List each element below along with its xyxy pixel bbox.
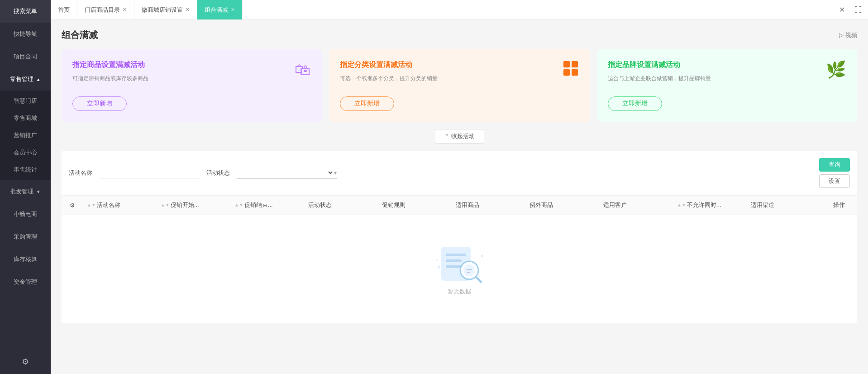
search-label: 搜索菜单 <box>14 8 37 14</box>
page-header: 组合满减 ▷ 视频 <box>62 29 857 41</box>
sidebar-item-marketing[interactable]: 营销推广 <box>0 127 51 144</box>
tab-combo-discount-close[interactable]: ✕ <box>231 7 235 13</box>
tab-store-catalog[interactable]: 门店商品目录 ✕ <box>77 0 134 19</box>
svg-rect-2 <box>563 69 570 76</box>
activity-name-input[interactable] <box>100 168 199 178</box>
tabbar-actions: ✕ ⛶ <box>835 4 868 16</box>
content-area: 组合满减 ▷ 视频 🛍 指定商品设置满减活动 可指定滞销商品或库存较多商品 立即… <box>51 20 868 374</box>
svg-rect-6 <box>446 259 462 262</box>
category-card-title: 指定分类设置满减活动 <box>340 60 578 70</box>
activity-name-label: 活动名称 <box>69 169 92 177</box>
table-header: ⚙ ▲▼ 活动名称 ▲▼ 促销开始... ▲▼ 促销结束... 活动状态 <box>62 196 857 215</box>
sidebar-item-member-center[interactable]: 会员中心 <box>0 144 51 161</box>
category-card-add-btn[interactable]: 立即新增 <box>340 96 394 111</box>
cards-row: 🛍 指定商品设置满减活动 可指定滞销商品或库存较多商品 立即新增 指定分类设置满… <box>62 49 857 122</box>
sidebar-item-xiaochangec[interactable]: 小畅电商 <box>0 203 51 225</box>
sort-icon-promo-end[interactable]: ▲▼ <box>234 203 243 207</box>
brand-card-title: 指定品牌设置满减活动 <box>608 60 846 70</box>
svg-rect-3 <box>572 69 578 76</box>
expand-window-btn[interactable]: ⛶ <box>852 4 864 16</box>
video-link[interactable]: ▷ 视频 <box>839 31 857 39</box>
page-title: 组合满减 <box>62 29 98 41</box>
svg-rect-1 <box>572 61 578 67</box>
sort-icon-activity-name[interactable]: ▲▼ <box>87 203 96 207</box>
wholesale-arrow: ▼ <box>36 189 41 194</box>
empty-state: 暂无数据 <box>62 215 857 323</box>
product-activity-card: 🛍 指定商品设置满减活动 可指定滞销商品或库存较多商品 立即新增 <box>62 49 322 122</box>
sidebar-item-retail-stats[interactable]: 零售统计 <box>0 161 51 178</box>
category-card-icon <box>563 60 579 80</box>
tab-combo-discount[interactable]: 组合满减 ✕ <box>197 0 243 19</box>
activity-status-select[interactable] <box>237 169 334 177</box>
th-activity-name: ▲▼ 活动名称 <box>83 196 157 215</box>
collapse-label: 收起活动 <box>451 132 475 140</box>
main-area: 首页 门店商品目录 ✕ 微商城店铺设置 ✕ 组合满减 ✕ ✕ ⛶ 组合满减 <box>51 0 868 374</box>
filter-row: 活动名称 活动状态 ▾ 查询 设置 <box>62 151 857 196</box>
th-operations: 操作 <box>821 196 857 215</box>
product-card-title: 指定商品设置满减活动 <box>72 60 311 70</box>
play-icon: ▷ <box>839 32 844 38</box>
svg-rect-12 <box>467 272 470 273</box>
collapse-activity-btn[interactable]: ⌃ 收起活动 <box>435 129 484 144</box>
th-promo-end: ▲▼ 促销结束... <box>231 196 305 215</box>
tab-wechat-store-settings[interactable]: 微商城店铺设置 ✕ <box>134 0 197 19</box>
expand-icon: ⛶ <box>854 6 862 14</box>
brand-activity-card: 🌿 指定品牌设置满减活动 适合与上游企业联合做营销，提升品牌销量 立即新增 <box>597 49 857 122</box>
category-card-desc: 可选一个或者多个分类，提升分类的销量 <box>340 74 578 83</box>
th-gear[interactable]: ⚙ <box>62 197 83 214</box>
activity-status-select-wrapper: ▾ <box>237 167 337 179</box>
tab-wechat-store-close[interactable]: ✕ <box>186 7 190 13</box>
sidebar-item-purchase-mgmt[interactable]: 采购管理 <box>0 225 51 248</box>
activity-status-label: 活动状态 <box>206 169 230 177</box>
tabbar: 首页 门店商品目录 ✕ 微商城店铺设置 ✕ 组合满减 ✕ ✕ ⛶ <box>51 0 868 20</box>
brand-card-desc: 适合与上游企业联合做营销，提升品牌销量 <box>608 74 846 83</box>
collapse-icon: ⌃ <box>444 133 449 140</box>
close-window-icon: ✕ <box>839 5 845 14</box>
sidebar-item-quick-nav[interactable]: 快捷导航 <box>0 23 51 45</box>
th-applicable-products: 适用商品 <box>452 196 526 215</box>
retail-mgmt-arrow: ▲ <box>36 77 41 82</box>
th-promo-start: ▲▼ 促销开始... <box>157 196 231 215</box>
tab-store-catalog-close[interactable]: ✕ <box>123 7 127 13</box>
sidebar-item-inventory[interactable]: 库存核算 <box>0 248 51 271</box>
sidebar-item-retail-mgmt[interactable]: 零售管理 ▲ <box>0 68 51 91</box>
filter-actions: 查询 设置 <box>819 158 850 188</box>
sidebar-item-retail-mall[interactable]: 零售商城 <box>0 110 51 127</box>
empty-text: 暂无数据 <box>448 288 471 296</box>
svg-line-10 <box>476 277 481 282</box>
sort-icon-no-simultaneous[interactable]: ▲▼ <box>677 203 686 207</box>
table-gear-icon: ⚙ <box>70 202 75 209</box>
sort-icon-promo-start[interactable]: ▲▼ <box>161 203 170 207</box>
th-applicable-customers: 适用客户 <box>600 196 673 215</box>
close-window-btn[interactable]: ✕ <box>835 4 848 16</box>
th-exception-products: 例外商品 <box>526 196 600 215</box>
svg-rect-0 <box>563 61 570 67</box>
tab-home[interactable]: 首页 <box>51 0 77 19</box>
svg-point-13 <box>438 266 440 269</box>
sidebar-settings-btn[interactable]: ⚙ <box>0 350 51 374</box>
product-card-desc: 可指定滞销商品或库存较多商品 <box>72 74 311 83</box>
sidebar-item-project-contract[interactable]: 项目合同 <box>0 45 51 68</box>
sidebar-item-smart-store[interactable]: 智慧门店 <box>0 92 51 110</box>
select-chevron-icon: ▾ <box>334 170 337 176</box>
svg-point-15 <box>481 255 483 257</box>
query-btn[interactable]: 查询 <box>819 158 850 172</box>
setting-btn[interactable]: 设置 <box>819 174 850 188</box>
product-card-add-btn[interactable]: 立即新增 <box>72 96 127 111</box>
svg-rect-5 <box>446 254 466 256</box>
brand-card-add-btn[interactable]: 立即新增 <box>608 96 662 111</box>
product-card-icon: 🛍 <box>295 60 311 79</box>
svg-rect-11 <box>467 269 472 270</box>
sidebar-item-search[interactable]: 搜索菜单 <box>0 0 51 23</box>
table-wrap: ⚙ ▲▼ 活动名称 ▲▼ 促销开始... ▲▼ 促销结束... 活动状态 <box>62 196 857 323</box>
th-activity-status: 活动状态 <box>305 196 378 215</box>
empty-illustration <box>432 242 486 288</box>
sidebar-item-wholesale-mgmt[interactable]: 批发管理 ▼ <box>0 180 51 203</box>
th-no-simultaneous: ▲▼ 不允许同时... <box>673 196 747 215</box>
gear-icon: ⚙ <box>22 357 29 366</box>
th-applicable-channels: 适用渠道 <box>747 196 821 215</box>
sidebar-item-fund-mgmt[interactable]: 资金管理 <box>0 271 51 293</box>
category-activity-card: 指定分类设置满减活动 可选一个或者多个分类，提升分类的销量 立即新增 <box>329 49 589 122</box>
svg-point-14 <box>436 259 438 261</box>
brand-card-icon: 🌿 <box>826 60 846 79</box>
